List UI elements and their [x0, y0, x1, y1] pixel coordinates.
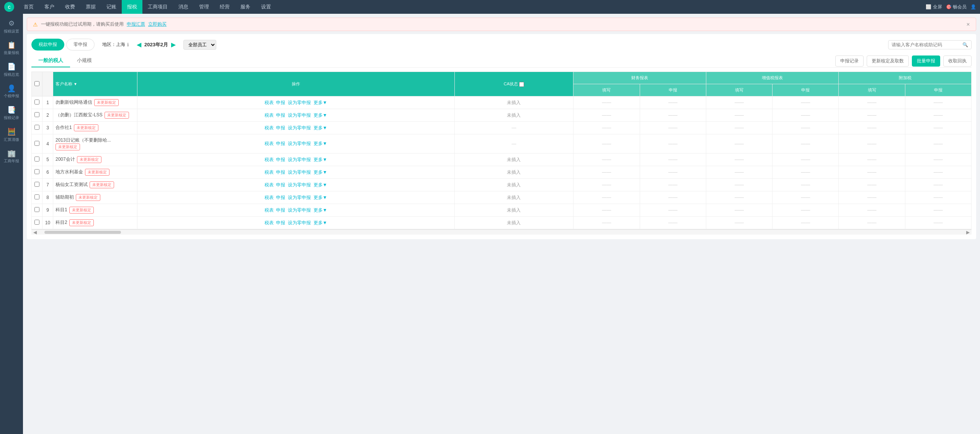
ca-filter-checkbox[interactable]: [519, 82, 524, 87]
op-btn-3[interactable]: 更多▼: [314, 220, 327, 225]
sidebar-item-tax-overview[interactable]: 📄 报税总览: [0, 59, 23, 81]
op-btn-2[interactable]: 设为零申报: [288, 100, 311, 105]
nav-message[interactable]: 消息: [173, 0, 194, 14]
op-btn-1[interactable]: 申报: [276, 207, 285, 213]
nav-clients[interactable]: 客户: [39, 0, 60, 14]
sidebar-item-tax-records[interactable]: 📑 报税记录: [0, 102, 23, 124]
scroll-bar[interactable]: [44, 231, 121, 234]
declare-records-button[interactable]: 申报记录: [835, 55, 864, 67]
op-btn-0[interactable]: 税表: [265, 220, 274, 225]
notice-close-button[interactable]: ✕: [966, 22, 970, 27]
op-btn-0[interactable]: 税表: [265, 170, 274, 175]
op-btn-1[interactable]: 申报: [276, 100, 285, 105]
row-checkbox-2[interactable]: [34, 125, 39, 130]
op-btn-1[interactable]: 申报: [276, 170, 285, 175]
nav-home[interactable]: 首页: [18, 0, 39, 14]
op-btn-0[interactable]: 税表: [265, 100, 274, 105]
notice-link-declare[interactable]: 申报汇票: [127, 21, 145, 28]
op-btn-1[interactable]: 申报: [276, 141, 285, 146]
staff-dropdown[interactable]: 全部员工: [183, 40, 216, 50]
row-checkbox-7[interactable]: [34, 194, 39, 199]
row-index: 3: [42, 122, 53, 134]
user-avatar[interactable]: 👤: [970, 4, 976, 10]
next-month-button[interactable]: ▶: [171, 41, 176, 48]
nav-operation[interactable]: 经营: [214, 0, 235, 14]
th-checkbox: [32, 72, 42, 96]
nav-billing[interactable]: 收费: [60, 0, 80, 14]
op-btn-0[interactable]: 税表: [265, 113, 274, 118]
nav-admin[interactable]: 管理: [194, 0, 214, 14]
nav-bizproject[interactable]: 工商项目: [142, 0, 173, 14]
op-btn-3[interactable]: 更多▼: [314, 157, 327, 162]
op-btn-3[interactable]: 更多▼: [314, 100, 327, 105]
op-btn-0[interactable]: 税表: [265, 157, 274, 162]
info-icon[interactable]: ℹ: [127, 42, 129, 47]
nav-tax[interactable]: 报税: [122, 0, 142, 14]
tab-tax-declare[interactable]: 税款申报: [31, 39, 64, 51]
row-checkbox-9[interactable]: [34, 220, 39, 225]
row-checkbox-6[interactable]: [34, 182, 39, 187]
sidebar-item-tax-settings[interactable]: ⚙ 报税设置: [0, 16, 23, 38]
op-btn-1[interactable]: 申报: [276, 220, 285, 225]
op-btn-2[interactable]: 设为零申报: [288, 170, 311, 175]
nav-service[interactable]: 服务: [235, 0, 256, 14]
nav-accounting[interactable]: 记账: [101, 0, 122, 14]
nav-settings[interactable]: 设置: [256, 0, 276, 14]
op-btn-3[interactable]: 更多▼: [314, 125, 327, 131]
row-checkbox-8[interactable]: [34, 207, 39, 212]
op-btn-3[interactable]: 更多▼: [314, 182, 327, 188]
tab-row: 税款申报 零申报 地区：上海 ℹ ◀ 2023年2月 ▶ 全部员工: [31, 39, 972, 51]
op-btn-0[interactable]: 税表: [265, 207, 274, 213]
region-info: 地区：上海 ℹ: [102, 41, 129, 48]
vip-button[interactable]: 🎯 畅会员: [946, 4, 967, 10]
row-checkbox-0[interactable]: [34, 100, 39, 104]
op-btn-1[interactable]: 申报: [276, 113, 285, 118]
search-input[interactable]: [892, 42, 960, 47]
op-btn-1[interactable]: 申报: [276, 125, 285, 131]
update-quota-button[interactable]: 更新核定及取数: [867, 55, 909, 67]
op-btn-0[interactable]: 税表: [265, 125, 274, 131]
row-checkbox-4[interactable]: [34, 157, 39, 162]
sidebar-item-personal-tax[interactable]: 👤 个税申报: [0, 81, 23, 103]
subtab-general[interactable]: 一般的税人: [31, 54, 70, 67]
op-btn-3[interactable]: 更多▼: [314, 207, 327, 213]
prev-month-button[interactable]: ◀: [137, 41, 141, 48]
op-btn-1[interactable]: 申报: [276, 195, 285, 200]
tab-zero-declare[interactable]: 零申报: [66, 39, 95, 51]
op-btn-3[interactable]: 更多▼: [314, 195, 327, 200]
op-btn-0[interactable]: 税表: [265, 195, 274, 200]
op-btn-3[interactable]: 更多▼: [314, 113, 327, 118]
op-btn-1[interactable]: 申报: [276, 182, 285, 188]
op-btn-3[interactable]: 更多▼: [314, 141, 327, 146]
subtab-small-scale[interactable]: 小规模: [70, 54, 99, 67]
scroll-left-arrow[interactable]: ◀: [33, 230, 37, 235]
op-btn-2[interactable]: 设为零申报: [288, 220, 311, 225]
sidebar-item-reconciliation[interactable]: 🧮 汇算清缴: [0, 124, 23, 146]
batch-declare-button[interactable]: 批量申报: [912, 55, 940, 67]
op-btn-2[interactable]: 设为零申报: [288, 113, 311, 118]
op-btn-0[interactable]: 税表: [265, 182, 274, 188]
sidebar-item-batch-tax[interactable]: 📋 批量报税: [0, 38, 23, 59]
op-btn-2[interactable]: 设为零申报: [288, 195, 311, 200]
row-col-1: ——: [640, 204, 706, 217]
op-btn-2[interactable]: 设为零申报: [288, 207, 311, 213]
op-btn-2[interactable]: 设为零申报: [288, 157, 311, 162]
op-btn-0[interactable]: 税表: [265, 141, 274, 146]
row-checkbox-5[interactable]: [34, 169, 39, 174]
search-icon[interactable]: 🔍: [962, 42, 968, 47]
sidebar-item-annual-report[interactable]: 🏢 工商年报: [0, 146, 23, 168]
th-operation: 操作: [137, 72, 455, 96]
op-btn-2[interactable]: 设为零申报: [288, 125, 311, 131]
notice-link-buy[interactable]: 立即购买: [148, 21, 167, 28]
row-checkbox-3[interactable]: [34, 141, 39, 146]
row-checkbox-1[interactable]: [34, 112, 39, 117]
op-btn-3[interactable]: 更多▼: [314, 170, 327, 175]
op-btn-2[interactable]: 设为零申报: [288, 141, 311, 146]
fullscreen-button[interactable]: ⬜ 全屏: [926, 4, 942, 10]
op-btn-1[interactable]: 申报: [276, 157, 285, 162]
select-all-checkbox[interactable]: [34, 81, 39, 86]
op-btn-2[interactable]: 设为零申报: [288, 182, 311, 188]
nav-invoice[interactable]: 票据: [80, 0, 101, 14]
scroll-right-arrow[interactable]: ▶: [966, 230, 970, 235]
collect-receipt-button[interactable]: 收取回执: [943, 55, 972, 67]
